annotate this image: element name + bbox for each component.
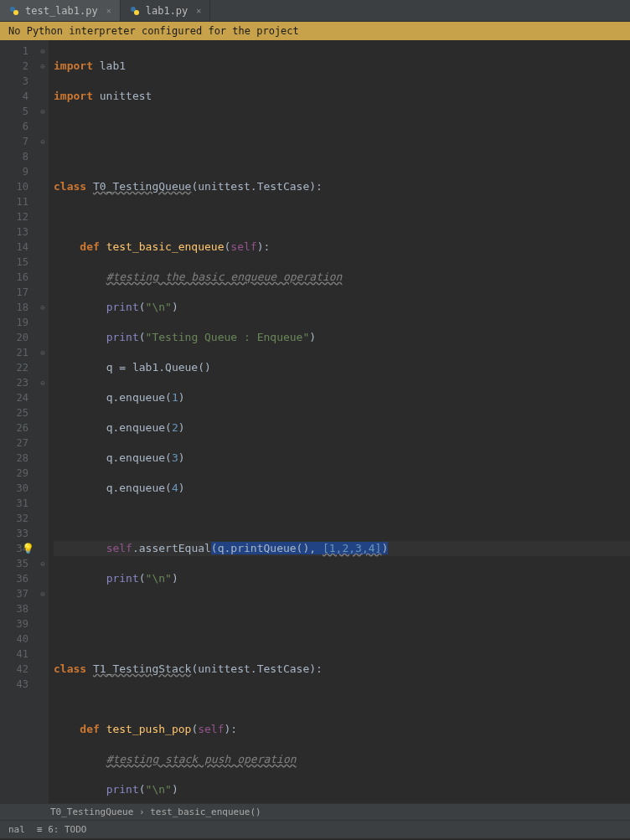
svg-point-1: [13, 10, 18, 15]
status-left: nal: [8, 824, 25, 835]
fold-column: ⊖⊖⊖⊖⊖⊖⊖⊖⊖: [37, 40, 49, 803]
tab-label: lab1.py: [146, 5, 188, 17]
code-editor[interactable]: 1234567891011121314151617181920212223242…: [0, 40, 630, 803]
python-file-icon: [8, 5, 20, 17]
breadcrumb-function[interactable]: test_basic_enqueue(): [150, 807, 261, 817]
svg-point-3: [134, 10, 139, 15]
line-number-gutter: 1234567891011121314151617181920212223242…: [0, 40, 37, 803]
code-area[interactable]: import lab1 import unittest class T0_Tes…: [49, 40, 630, 803]
python-file-icon: [129, 5, 141, 17]
intention-bulb-icon[interactable]: 💡: [22, 541, 34, 556]
tab-label: test_lab1.py: [25, 5, 98, 17]
tab-lab1[interactable]: lab1.py ✕: [121, 0, 211, 21]
editor-tabs: test_lab1.py ✕ lab1.py ✕: [0, 0, 630, 22]
list-icon: ≡: [37, 824, 43, 835]
breadcrumb-class[interactable]: T0_TestingQueue: [50, 807, 133, 817]
todo-tool[interactable]: ≡ 6: TODO: [37, 824, 87, 835]
status-bar: nal ≡ 6: TODO: [0, 820, 630, 838]
tab-test-lab1[interactable]: test_lab1.py ✕: [0, 0, 121, 21]
close-icon[interactable]: ✕: [106, 6, 111, 15]
interpreter-warning[interactable]: No Python interpreter configured for the…: [0, 22, 630, 40]
breadcrumb[interactable]: T0_TestingQueue › test_basic_enqueue(): [0, 803, 630, 820]
close-icon[interactable]: ✕: [196, 6, 201, 15]
